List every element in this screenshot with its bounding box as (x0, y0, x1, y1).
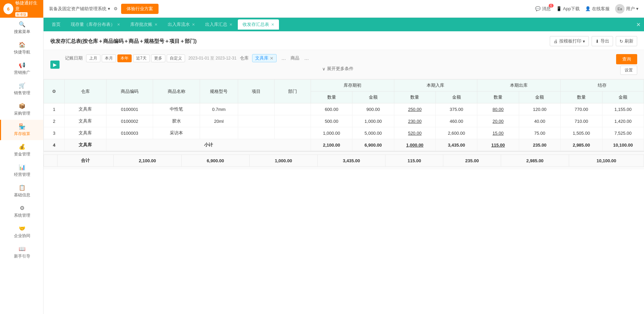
sidebar-item-sales[interactable]: 🛒 销售管理 (0, 79, 43, 99)
th-group-in: 本期入库 (394, 80, 477, 92)
sidebar-item-label: 营销推广 (14, 70, 30, 76)
main-area: 装备及固定资产辅助管理系统 ▾ ⚙ 体验行业方案 💬 消息 6 📱 App下载 … (44, 0, 644, 314)
sidebar-item-label: 基础信息 (14, 192, 30, 198)
tab-close-icon[interactable]: ✕ (192, 22, 195, 27)
query-button[interactable]: 查询 (616, 54, 637, 64)
th-opening-qty: 数量 (311, 92, 352, 103)
date-label: 记账日期 (65, 55, 83, 61)
tab-items-container: 首页现存量（库存分布表）✕库存批次账✕出入库流水✕出入库汇总✕收发存汇总表✕ (47, 19, 279, 30)
th-group-out: 本期出库 (477, 80, 561, 92)
gear-icon[interactable]: ⚙ (114, 6, 118, 11)
sidebar-item-system[interactable]: ⚙ 系统管理 (0, 201, 43, 222)
filter-toggle-button[interactable]: ▶ (50, 61, 60, 69)
total-closing-amt: 10,100.00 (569, 155, 644, 167)
logo-text: 畅捷通好生意 标准版 (15, 0, 40, 18)
date-shortcut-本年[interactable]: 本年 (117, 54, 132, 62)
subtotal-row: 4 文具库 小计 2,100.00 6,900.00 1,000.00 3,43… (44, 139, 644, 151)
sidebar-items-container: 🔍 搜索菜单 🏠 快捷导航 📢 营销推广 🛒 销售管理 📦 采购管理 🏪 库存核… (0, 18, 43, 263)
sidebar-item-search[interactable]: 🔍 搜索菜单 (0, 18, 43, 38)
export-icon: ⬇ (595, 39, 599, 44)
expand-more-button[interactable]: ∨ 展开更多条件 (65, 64, 611, 73)
total-in-qty: 1,000.00 (249, 155, 317, 167)
date-shortcut-上月[interactable]: 上月 (86, 54, 100, 62)
tab-inout-summary[interactable]: 出入库汇总✕ (200, 19, 237, 30)
sidebar-item-quick-nav[interactable]: 🏠 快捷导航 (0, 38, 43, 59)
sidebar-item-inventory[interactable]: 🏪 库存核算 (0, 120, 43, 140)
base-info-icon: 📋 (19, 184, 26, 191)
th-name: 商品名称 (153, 80, 200, 103)
enterprise-icon: 🤝 (19, 225, 26, 232)
system-selector[interactable]: 装备及固定资产辅助管理系统 ▾ (49, 6, 110, 12)
export-button[interactable]: ⬇ 导出 (592, 36, 613, 46)
tab-recv-send-summary[interactable]: 收发存汇总表✕ (238, 19, 279, 30)
header-actions: 💬 消息 6 📱 App下载 👤 在线客服 Ea 用户 ▾ (535, 4, 639, 14)
tab-close-icon[interactable]: ✕ (229, 22, 232, 27)
trial-button[interactable]: 体验行业方案 (121, 4, 159, 14)
th-group-opening: 库存期初 (311, 80, 394, 92)
warehouse-more-icon[interactable]: ... (280, 55, 287, 61)
tab-home[interactable]: 首页 (47, 19, 65, 30)
sidebar-item-base-info[interactable]: 📋 基础信息 (0, 181, 43, 201)
th-opening-amt: 金额 (352, 92, 394, 103)
warehouse-tag-close[interactable]: ✕ (270, 56, 274, 61)
dropdown-icon: ▾ (108, 6, 110, 11)
user-chevron-icon: ▾ (636, 6, 639, 11)
sidebar-item-newbie[interactable]: 📖 新手引导 (0, 242, 43, 263)
th-in-qty: 数量 (394, 92, 435, 103)
sidebar-item-marketing[interactable]: 📢 营销推广 (0, 59, 43, 79)
sidebar-item-operation[interactable]: 📊 经营管理 (0, 161, 43, 181)
chevron-down-icon: ∨ (322, 66, 326, 71)
print-button[interactable]: 🖨 按模板打印 ▾ (550, 36, 589, 46)
search-icon: 🔍 (19, 21, 26, 28)
page-header: 收发存汇总表(按仓库＋商品编码＋商品＋规格型号＋项目＋部门) 🖨 按模板打印 ▾… (44, 31, 644, 50)
user-action[interactable]: Ea 用户 ▾ (615, 4, 639, 14)
date-shortcut-本月[interactable]: 本月 (102, 54, 116, 62)
total-in-amt: 3,435.00 (317, 155, 385, 167)
tab-batch[interactable]: 库存批次账✕ (126, 19, 162, 30)
avatar: Ea (615, 4, 625, 14)
app-download-action[interactable]: 📱 App下载 (556, 6, 580, 12)
filter-line-1: 记账日期 上月本月本年近7天更多自定义 2023-01-01 至 2023-12… (65, 54, 611, 62)
tab-label: 出入库流水 (168, 21, 190, 28)
total-closing-qty: 2,985.00 (501, 155, 569, 167)
date-shortcut-更多[interactable]: 更多 (151, 54, 165, 62)
online-service-action[interactable]: 👤 在线客服 (585, 6, 610, 12)
message-action[interactable]: 💬 消息 6 (535, 6, 551, 12)
sidebar-item-label: 销售管理 (14, 90, 30, 96)
tab-inventory-dist[interactable]: 现存量（库存分布表）✕ (66, 19, 125, 30)
newbie-icon: 📖 (19, 246, 26, 252)
sidebar-item-enterprise[interactable]: 🤝 企业协同 (0, 222, 43, 242)
th-code: 商品编码 (106, 80, 153, 103)
marketing-icon: 📢 (19, 62, 26, 68)
th-out-amt: 金额 (519, 92, 560, 103)
sidebar-item-label: 企业协同 (14, 233, 30, 239)
footer-table: 合计 2,100.00 6,900.00 1,000.00 3,435.00 1… (44, 154, 644, 167)
tab-label: 首页 (52, 21, 61, 28)
sidebar-item-purchase[interactable]: 📦 采购管理 (0, 99, 43, 120)
date-shortcut-近7天[interactable]: 近7天 (133, 54, 150, 62)
th-in-amt: 金额 (435, 92, 477, 103)
tab-inout-flow[interactable]: 出入库流水✕ (163, 19, 200, 30)
finance-icon: 💰 (19, 144, 26, 150)
sidebar-item-label: 新手引导 (14, 253, 30, 259)
th-closing-amt: 金额 (602, 92, 644, 103)
tab-close-icon[interactable]: ✕ (271, 22, 274, 27)
tab-bar-close-button[interactable]: ✕ (636, 21, 641, 28)
th-warehouse: 仓库 (65, 80, 106, 103)
th-settings[interactable]: ⚙ (44, 80, 65, 103)
filter-settings-button[interactable]: 设置 (620, 66, 637, 75)
refresh-button[interactable]: ↻ 刷新 (616, 36, 637, 46)
message-badge: 6 (549, 4, 554, 7)
tab-close-icon[interactable]: ✕ (117, 22, 120, 27)
warehouse-tag[interactable]: 文具库 ✕ (252, 54, 277, 62)
sidebar-item-label: 搜索菜单 (14, 29, 30, 35)
tab-label: 出入库汇总 (205, 21, 227, 28)
th-out-qty: 数量 (477, 92, 519, 103)
sidebar-item-finance[interactable]: 💰 资金管理 (0, 140, 43, 161)
total-label: 合计 (57, 155, 114, 167)
date-shortcut-自定义[interactable]: 自定义 (167, 54, 185, 62)
sidebar-item-label: 快捷导航 (14, 49, 30, 55)
tab-close-icon[interactable]: ✕ (154, 22, 158, 27)
th-spec: 规格型号 (200, 80, 238, 103)
goods-more-icon[interactable]: ... (303, 55, 310, 61)
